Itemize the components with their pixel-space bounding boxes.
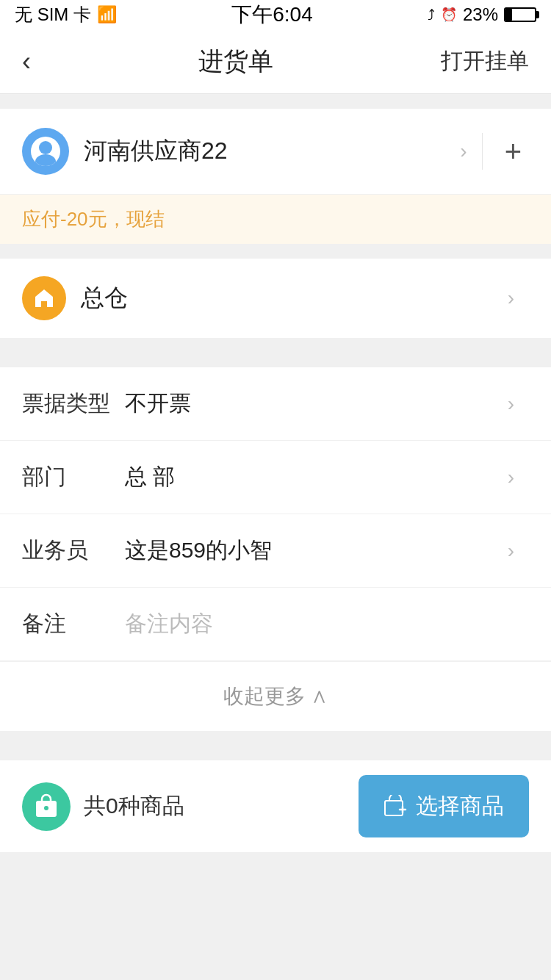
department-row[interactable]: 部门 总 部 ›	[0, 441, 551, 514]
status-time: 下午6:04	[231, 1, 313, 29]
battery-percent: 23%	[463, 4, 498, 25]
section-gap-1	[0, 94, 551, 109]
form-section: 票据类型 不开票 › 部门 总 部 › 业务员 这是859的小智 › 备注 备注…	[0, 367, 551, 731]
warehouse-icon	[22, 276, 66, 320]
product-count-label: 共0种商品	[84, 791, 184, 821]
section-gap-4	[0, 731, 551, 746]
department-label: 部门	[22, 462, 118, 492]
warehouse-name: 总仓	[81, 282, 508, 314]
remark-row[interactable]: 备注 备注内容	[0, 588, 551, 661]
notice-bar: 应付-20元，现结	[0, 195, 551, 244]
supplier-name: 河南供应商22	[84, 135, 460, 167]
department-chevron-icon: ›	[508, 466, 514, 489]
salesperson-chevron-icon: ›	[508, 539, 514, 563]
back-button[interactable]: ‹	[22, 46, 31, 77]
svg-point-1	[44, 806, 48, 810]
remark-label: 备注	[22, 609, 118, 639]
department-value: 总 部	[118, 462, 508, 492]
warehouse-chevron-icon: ›	[508, 287, 514, 310]
select-product-label: 选择商品	[416, 791, 504, 821]
supplier-avatar	[22, 128, 69, 175]
supplier-row[interactable]: 河南供应商22 › +	[0, 109, 551, 195]
battery-icon	[504, 7, 536, 22]
product-icon	[22, 782, 71, 831]
open-pending-button[interactable]: 打开挂单	[441, 46, 529, 76]
page-title: 进货单	[198, 45, 273, 79]
salesperson-row[interactable]: 业务员 这是859的小智 ›	[0, 514, 551, 588]
ticket-type-row[interactable]: 票据类型 不开票 ›	[0, 367, 551, 441]
salesperson-value: 这是859的小智	[118, 536, 508, 566]
section-gap-2	[0, 244, 551, 259]
svg-rect-2	[385, 801, 403, 815]
divider	[482, 133, 483, 170]
ticket-type-label: 票据类型	[22, 389, 118, 419]
alarm-icon: ⏰	[441, 7, 457, 23]
status-right: ⤴ ⏰ 23%	[428, 4, 536, 25]
collapse-row[interactable]: 收起更多 ∧	[0, 661, 551, 731]
bottom-bar: 共0种商品 选择商品	[0, 760, 551, 852]
add-supplier-button[interactable]: +	[497, 135, 529, 168]
nav-bar: ‹ 进货单 打开挂单	[0, 29, 551, 94]
wifi-icon: 📶	[97, 5, 117, 24]
status-left: 无 SIM 卡 📶	[15, 3, 117, 26]
ticket-type-chevron-icon: ›	[508, 392, 514, 416]
salesperson-label: 业务员	[22, 536, 118, 566]
ticket-type-value: 不开票	[118, 389, 508, 419]
remark-input[interactable]: 备注内容	[118, 609, 529, 639]
location-icon: ⤴	[428, 7, 435, 24]
carrier-label: 无 SIM 卡	[15, 3, 91, 26]
product-count-area: 共0种商品	[22, 782, 184, 831]
warehouse-row[interactable]: 总仓 ›	[0, 259, 551, 338]
select-product-button[interactable]: 选择商品	[359, 775, 529, 837]
status-bar: 无 SIM 卡 📶 下午6:04 ⤴ ⏰ 23%	[0, 0, 551, 29]
supplier-chevron-icon: ›	[460, 140, 467, 163]
section-gap-3	[0, 338, 551, 353]
